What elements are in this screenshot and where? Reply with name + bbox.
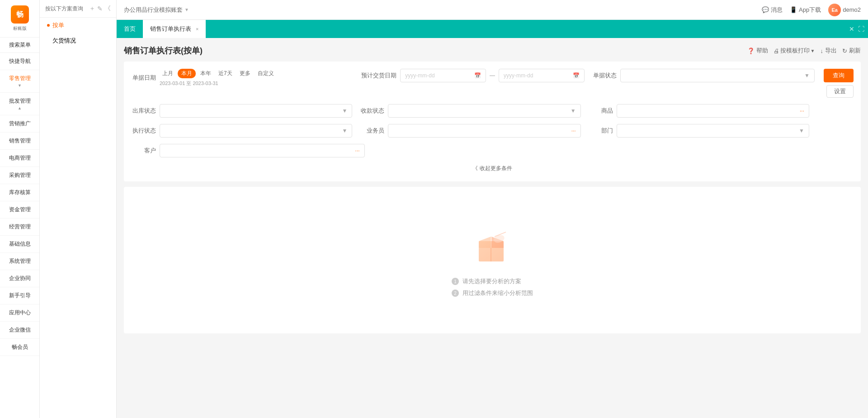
print-icon: 🖨: [774, 48, 779, 54]
inactive-dot: [47, 39, 50, 42]
exec-status-select[interactable]: ▼: [160, 124, 352, 138]
customer-input[interactable]: ···: [160, 144, 365, 157]
message-action[interactable]: 💬 消息: [762, 6, 783, 14]
add-schema-icon[interactable]: ＋: [89, 5, 95, 13]
expected-date-start[interactable]: yyyy-mm-dd 📅: [400, 69, 486, 82]
username-label: demo2: [843, 6, 861, 13]
close-window-icon[interactable]: ✕: [849, 25, 854, 33]
sidebar-item-member[interactable]: 畅会员: [0, 339, 39, 356]
chevron-down-icon: ▼: [571, 108, 576, 114]
help-button[interactable]: ❓ 帮助: [747, 47, 768, 55]
refresh-label: 刷新: [849, 47, 861, 55]
goods-input[interactable]: ···: [617, 104, 809, 118]
sidebar-item-finance[interactable]: 资金管理: [0, 201, 39, 218]
schema-item-by-order[interactable]: 按单: [40, 18, 116, 33]
out-status-select[interactable]: ▼: [160, 104, 352, 118]
collapse-button[interactable]: 《 收起更多条件: [131, 161, 854, 174]
sidebar-item-guide[interactable]: 新手引导: [0, 287, 39, 304]
print-button[interactable]: 🖨 按模板打印 ▼: [774, 47, 815, 55]
date-tab-7days[interactable]: 近7天: [216, 69, 235, 78]
receive-status-select[interactable]: ▼: [388, 104, 580, 118]
tab-home-label: 首页: [124, 25, 136, 33]
sidebar-item-wechat[interactable]: 企业微信: [0, 322, 39, 339]
sidebar-item-inventory[interactable]: 库存核算: [0, 184, 39, 201]
sidebar-item-base[interactable]: 基础信息: [0, 236, 39, 253]
chevron-down-icon: ▼: [804, 72, 810, 79]
schema-item-shortage[interactable]: 欠货情况: [40, 33, 116, 48]
user-action[interactable]: Ea demo2: [828, 4, 861, 16]
print-label: 按模板打印: [780, 47, 810, 55]
refresh-button[interactable]: ↻ 刷新: [842, 47, 861, 55]
goods-label: 商品: [588, 107, 613, 115]
sidebar-item-purchase[interactable]: 采购管理: [0, 167, 39, 184]
sidebar-item-ecom[interactable]: 电商管理: [0, 150, 39, 167]
maximize-window-icon[interactable]: ⛶: [858, 25, 864, 33]
left-panel: 按以下方案查询 ＋ ✎ 《 按单 欠货情况: [40, 0, 117, 418]
status-select[interactable]: ▼: [620, 69, 815, 82]
date-tab-this-month[interactable]: 本月: [178, 69, 196, 78]
date-tab-this-year[interactable]: 本年: [198, 69, 214, 78]
date-tab-custom[interactable]: 自定义: [255, 69, 277, 78]
app-download-label: App下载: [799, 6, 821, 14]
date-separator: —: [490, 72, 495, 79]
ecom-label: 电商管理: [9, 154, 31, 162]
edit-schema-icon[interactable]: ✎: [97, 5, 103, 12]
download-icon: 📱: [790, 6, 797, 13]
tip-num-2: 2: [452, 290, 459, 297]
export-button[interactable]: ↓ 导出: [821, 47, 837, 55]
inventory-label: 库存核算: [9, 189, 31, 196]
query-button[interactable]: 查询: [824, 69, 854, 82]
sidebar-item-retail[interactable]: 零售管理 ▼: [0, 70, 39, 93]
message-icon: 💬: [762, 6, 769, 13]
collapse-icon: 《: [472, 165, 478, 172]
expected-date-end[interactable]: yyyy-mm-dd 📅: [499, 69, 585, 82]
salesman-input[interactable]: ···: [388, 124, 580, 138]
tab-close-icon[interactable]: ×: [196, 26, 198, 32]
tab-bar-right: ✕ ⛶: [849, 25, 868, 33]
sidebar-item-corp[interactable]: 企业协同: [0, 270, 39, 287]
sidebar-item-wholesale[interactable]: 批发管理 ▲: [0, 93, 39, 115]
sidebar-item-ops[interactable]: 经营管理: [0, 218, 39, 236]
active-dot: [47, 24, 50, 27]
empty-tip-1: 1 请先选择要分析的方案: [452, 277, 533, 285]
export-label: 导出: [825, 47, 837, 55]
date-end-placeholder: yyyy-mm-dd: [504, 72, 533, 79]
sidebar-item-system[interactable]: 系统管理: [0, 253, 39, 270]
retail-label: 零售管理: [9, 75, 31, 82]
tab-home[interactable]: 首页: [117, 20, 143, 38]
sidebar-item-marketing[interactable]: 营销推广: [0, 115, 39, 133]
member-label: 畅会员: [12, 343, 28, 351]
search-label[interactable]: 搜索菜单: [9, 41, 31, 49]
sidebar-item-appcenter[interactable]: 应用中心: [0, 304, 39, 322]
chevron-down-icon: ▼: [18, 83, 22, 88]
tip-num-1: 1: [452, 278, 459, 285]
sidebar: 畅 标账版 搜索菜单 快捷导航 零售管理 ▼ 批发管理 ▲ 营销推广 销售管理 …: [0, 0, 40, 418]
date-tab-more[interactable]: 更多: [237, 69, 253, 78]
base-label: 基础信息: [9, 240, 31, 248]
collapse-label: 收起更多条件: [480, 165, 512, 172]
sidebar-shortcut[interactable]: 快捷导航: [0, 53, 39, 70]
system-label: 系统管理: [9, 257, 31, 265]
sidebar-search[interactable]: 搜索菜单: [0, 38, 39, 53]
dots-icon-2[interactable]: ···: [571, 128, 576, 134]
query-setting-buttons: 查询 设置: [822, 69, 854, 98]
collapse-schema-icon[interactable]: 《: [104, 5, 111, 13]
dots-icon[interactable]: ···: [800, 108, 804, 114]
avatar: Ea: [828, 4, 841, 16]
dots-icon-3[interactable]: ···: [355, 147, 360, 154]
dept-select[interactable]: ▼: [617, 124, 809, 138]
schema-by-order-label: 按单: [52, 21, 64, 29]
chevron-down-icon: ▼: [799, 128, 804, 134]
appcenter-label: 应用中心: [9, 309, 31, 317]
app-download-action[interactable]: 📱 App下载: [790, 6, 821, 14]
export-icon: ↓: [821, 48, 824, 54]
date-label: 单据日期: [131, 74, 156, 82]
setting-button[interactable]: 设置: [826, 85, 854, 98]
date-tab-last-month[interactable]: 上月: [160, 69, 176, 78]
top-bar-right: 💬 消息 📱 App下载 Ea demo2: [762, 4, 861, 16]
tab-sales-exec[interactable]: 销售订单执行表 ×: [143, 20, 206, 38]
empty-tip-2: 2 用过滤条件来缩小分析范围: [452, 289, 533, 297]
logo-icon: 畅: [11, 5, 29, 24]
sidebar-item-sales[interactable]: 销售管理: [0, 133, 39, 150]
app-selector[interactable]: 办公用品行业模拟账套 ▼: [124, 6, 189, 14]
